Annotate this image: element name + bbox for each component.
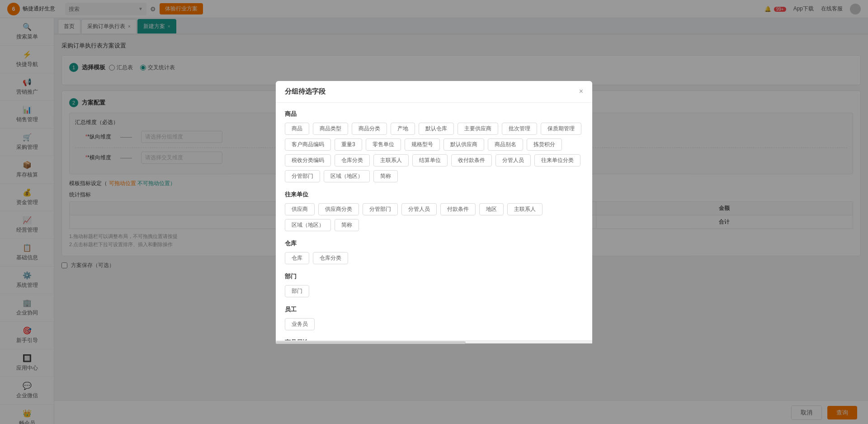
field-tag[interactable]: 保质期管理 (541, 123, 581, 135)
field-group-title: 往来单位 (285, 191, 583, 199)
field-tag[interactable]: 简称 (373, 170, 398, 182)
field-tag[interactable]: 仓库 (285, 252, 309, 264)
field-tag[interactable]: 收付款条件 (451, 154, 492, 167)
field-tag[interactable]: 分管人员 (401, 203, 437, 215)
field-group-仓库: 仓库仓库仓库分类 (285, 239, 583, 264)
field-tag[interactable]: 仓库分类 (313, 252, 348, 264)
field-tag[interactable]: 零售单位 (366, 138, 401, 151)
field-tag[interactable]: 主联系人 (373, 154, 409, 167)
field-tags: 供应商供应商分类分管部门分管人员付款条件地区主联系人区域（地区）简称 (285, 203, 583, 231)
modal-close-button[interactable]: × (579, 87, 583, 95)
field-tag[interactable]: 商品 (285, 123, 309, 135)
field-tag[interactable]: 业务员 (285, 318, 315, 330)
field-group-商品: 商品商品商品类型商品分类产地默认仓库主要供应商批次管理保质期管理客户商品编码重量… (285, 110, 583, 182)
field-tag[interactable]: 商品分类 (352, 123, 387, 135)
field-tag[interactable]: 默认供应商 (443, 138, 484, 151)
modal-header: 分组待选字段 × (276, 81, 592, 103)
field-group-title: 员工 (285, 305, 583, 314)
modal-scrollbar[interactable] (276, 340, 592, 343)
field-tags: 业务员 (285, 318, 583, 330)
field-group-title: 部门 (285, 272, 583, 281)
field-group-员工: 员工业务员 (285, 305, 583, 330)
field-group-往来单位: 往来单位供应商供应商分类分管部门分管人员付款条件地区主联系人区域（地区）简称 (285, 191, 583, 231)
field-tag[interactable]: 规格型号 (405, 138, 440, 151)
field-tag[interactable]: 客户商品编码 (285, 138, 331, 151)
field-tag[interactable]: 拣货积分 (527, 138, 562, 151)
field-group-部门: 部门部门 (285, 272, 583, 297)
field-group-title: 商品 (285, 110, 583, 118)
field-tag[interactable]: 仓库分类 (335, 154, 370, 167)
field-tag[interactable]: 分管人员 (495, 154, 531, 167)
field-tag[interactable]: 区域（地区） (285, 219, 331, 231)
field-tag[interactable]: 主联系人 (507, 203, 542, 215)
field-tag[interactable]: 税收分类编码 (285, 154, 331, 167)
field-tag[interactable]: 往来单位分类 (534, 154, 580, 167)
field-tag[interactable]: 商品类型 (313, 123, 348, 135)
modal-body: 商品商品商品类型商品分类产地默认仓库主要供应商批次管理保质期管理客户商品编码重量… (276, 103, 592, 340)
field-tag[interactable]: 分管部门 (285, 170, 320, 182)
field-tag[interactable]: 批次管理 (502, 123, 537, 135)
field-group-title: 仓库 (285, 239, 583, 248)
field-tag[interactable]: 重量3 (335, 138, 362, 151)
field-tag[interactable]: 默认仓库 (419, 123, 454, 135)
field-tag[interactable]: 简称 (335, 219, 359, 231)
modal-scrollbar-thumb (276, 341, 466, 344)
field-tag[interactable]: 产地 (391, 123, 415, 135)
field-tag[interactable]: 主要供应商 (458, 123, 498, 135)
modal-title: 分组待选字段 (285, 87, 326, 96)
field-tag[interactable]: 结算单位 (412, 154, 448, 167)
field-tag[interactable]: 供应商分类 (318, 203, 359, 215)
modal-overlay[interactable]: 分组待选字段 × 商品商品商品类型商品分类产地默认仓库主要供应商批次管理保质期管… (0, 0, 868, 424)
field-tag[interactable]: 部门 (285, 285, 309, 297)
field-tags: 商品商品类型商品分类产地默认仓库主要供应商批次管理保质期管理客户商品编码重量3零… (285, 123, 583, 182)
field-tag[interactable]: 付款条件 (440, 203, 476, 215)
field-tag[interactable]: 商品别名 (488, 138, 523, 151)
field-tag[interactable]: 供应商 (285, 203, 315, 215)
field-tags: 部门 (285, 285, 583, 297)
field-tags: 仓库仓库分类 (285, 252, 583, 264)
field-tag[interactable]: 分管部门 (363, 203, 398, 215)
field-tag[interactable]: 区域（地区） (324, 170, 370, 182)
field-tag[interactable]: 地区 (479, 203, 504, 215)
modal: 分组待选字段 × 商品商品商品类型商品分类产地默认仓库主要供应商批次管理保质期管… (276, 81, 592, 343)
